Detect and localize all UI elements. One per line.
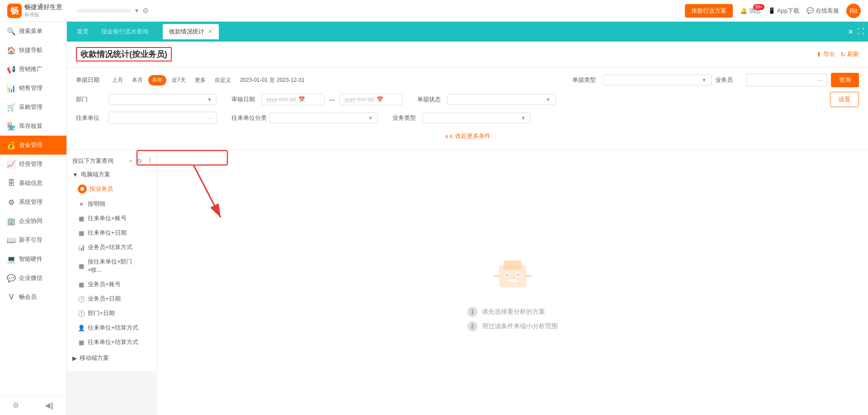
manage-scheme-icon[interactable]: ⚙: [137, 157, 142, 165]
mobile-group-arrow: ▶: [72, 355, 77, 362]
tab-home[interactable]: 首页: [71, 24, 95, 39]
date-tab-7days[interactable]: 近7天: [168, 75, 189, 85]
doc-status-select[interactable]: ▼: [447, 94, 556, 105]
tab-close-all[interactable]: ✕: [848, 28, 854, 36]
content-area: 首页 现金银行流水查询 ✕ 收款情况统计 ✕ ✕ ⛶ 收款情况统计(按业务员) …: [67, 22, 868, 415]
scheme-item-unit-date[interactable]: ▦ 往来单位+日期: [67, 226, 157, 240]
desktop-group-label: 电脑端方案: [81, 170, 110, 179]
scheme-item-salesperson[interactable]: 按业务员: [67, 181, 157, 197]
sidebar-item-purchase[interactable]: 🛒 采购管理: [0, 98, 66, 117]
salesperson-select[interactable]: ···: [746, 74, 827, 86]
svg-rect-5: [504, 260, 522, 269]
scheme-item-dept-date[interactable]: 🕐 部门+日期: [67, 306, 157, 321]
unit-date-icon: ▦: [78, 229, 85, 236]
app-download-button[interactable]: 📱 App下载: [768, 7, 799, 15]
counterparty-more[interactable]: ···: [207, 114, 212, 121]
calendar-icon-1: 📅: [298, 96, 305, 103]
desktop-scheme-group: ▼ 电脑端方案 按业务员 ≡ 按明细: [67, 168, 157, 349]
counterparty-label: 往来单位: [76, 114, 103, 122]
tab-receipt-close[interactable]: ✕: [208, 28, 212, 35]
tab-cashflow[interactable]: 现金银行流水查询 ✕: [95, 24, 163, 39]
scheme-item-detail[interactable]: ≡ 按明细: [67, 197, 157, 211]
sidebar-item-enterprise[interactable]: 🏢 企业协同: [0, 212, 66, 231]
collapse-icon[interactable]: ◀‖: [45, 401, 54, 410]
sales-account-icon: ▦: [78, 281, 85, 288]
sidebar-item-guide[interactable]: 📖 新手引导: [0, 231, 66, 250]
avatar[interactable]: Rit: [846, 4, 861, 18]
collapse-label: 收起更多条件: [455, 132, 491, 140]
system-icon: ⚙: [7, 198, 15, 206]
date-tab-this-year[interactable]: 本年: [148, 75, 166, 85]
scheme-item-sales-settlement[interactable]: 📊 业务员+结算方式: [67, 240, 157, 255]
counterparty-select[interactable]: ···: [108, 112, 217, 124]
audit-date-from[interactable]: yyyy-mm-dd 📅: [261, 94, 325, 105]
sidebar-item-wechat[interactable]: 💬 企业微信: [0, 269, 66, 288]
counterparty-cat-select[interactable]: ▼: [269, 113, 378, 123]
service-icon: 💬: [807, 7, 814, 14]
biz-type-chevron: ▼: [521, 115, 526, 121]
svg-point-8: [506, 274, 509, 276]
settings-bottom-icon[interactable]: ⚙: [13, 401, 19, 410]
dropdown-icon[interactable]: ▼: [134, 7, 140, 14]
sidebar-item-search[interactable]: 🔍 搜索菜单: [0, 22, 66, 41]
refresh-button[interactable]: ↻ 刷新: [840, 50, 859, 58]
date-tab-this-month[interactable]: 本月: [128, 75, 146, 85]
export-button[interactable]: ⬆ 导出: [816, 50, 835, 58]
step-1-label: 请先选择要分析的方案: [482, 308, 545, 316]
tab-receipt[interactable]: 收款情况统计 ✕: [163, 24, 219, 39]
app-download-label: App下载: [777, 7, 799, 15]
scheme-item-unit-dept[interactable]: ▦ 按往来单位+部门+收...: [67, 255, 157, 277]
search-bar[interactable]: [77, 9, 131, 13]
search-icon: 🔍: [7, 27, 15, 35]
sidebar-item-inventory[interactable]: 🏪 库存核算: [0, 117, 66, 136]
page-title: 收款情况统计(按业务员): [76, 47, 172, 61]
scheme-item-unit-account[interactable]: ▦ 往来单位+账号: [67, 211, 157, 226]
audit-date-to[interactable]: yyyy-mm-dd 📅: [340, 94, 403, 105]
sidebar-item-quicknav[interactable]: 🏠 快捷导航: [0, 41, 66, 60]
query-button[interactable]: 查询: [831, 73, 859, 87]
basic-icon: 🗄: [7, 179, 15, 187]
sidebar-item-sales[interactable]: 📊 销售管理: [0, 79, 66, 98]
add-scheme-icon[interactable]: ＋: [127, 157, 134, 165]
sidebar-item-finance[interactable]: 💰 资金管理: [0, 136, 66, 155]
scheme-item-sales-date[interactable]: 🕐 业务员+日期: [67, 292, 157, 306]
salesperson-more[interactable]: ···: [817, 76, 822, 84]
scheme-item-unit-settlement2[interactable]: ▦ 往来单位+结算方式: [67, 335, 157, 349]
calendar-icon-2: 📅: [377, 96, 383, 103]
page-header: 收款情况统计(按业务员) ⬆ 导出 ↻ 刷新: [67, 42, 868, 67]
desktop-group-header[interactable]: ▼ 电脑端方案: [67, 168, 157, 181]
tab-cashflow-close[interactable]: ✕: [152, 28, 156, 35]
collapse-scheme-icon[interactable]: 《: [145, 157, 151, 165]
online-service-button[interactable]: 💬 在线客服: [807, 7, 839, 15]
marketing-icon: 📢: [7, 65, 15, 73]
tab-maximize[interactable]: ⛶: [857, 28, 864, 36]
sidebar-item-operations[interactable]: 📈 经营管理: [0, 155, 66, 174]
settings-button[interactable]: 设置: [830, 92, 859, 107]
dept-select[interactable]: ▼: [108, 94, 217, 105]
online-service-label: 在线客服: [816, 7, 839, 15]
doc-type-select[interactable]: ▼: [603, 75, 712, 85]
scheme-item-sales-account[interactable]: ▦ 业务员+账号: [67, 277, 157, 292]
wechat-icon: 💬: [7, 274, 15, 282]
svg-point-9: [517, 274, 519, 276]
sidebar-item-basic[interactable]: 🗄 基础信息: [0, 174, 66, 193]
counterparty-cat-label: 往来单位分类: [231, 114, 267, 122]
collapse-bar[interactable]: ∧∧ 收起更多条件: [76, 128, 859, 144]
right-content: 1 请先选择要分析的方案 2 用过滤条件来缩小分析范围: [157, 150, 868, 415]
date-tab-more[interactable]: 更多: [191, 75, 209, 85]
biz-type-select[interactable]: ▼: [422, 113, 531, 123]
sidebar-item-member[interactable]: V 畅会员: [0, 288, 66, 307]
sales-icon: 📊: [7, 84, 15, 92]
mobile-scheme-group: ▶ 移动端方案: [67, 351, 157, 365]
sidebar-item-marketing[interactable]: 📢 营销推广: [0, 60, 66, 79]
trial-button[interactable]: 体验行业方案: [685, 4, 733, 18]
sidebar-item-system[interactable]: ⚙ 系统管理: [0, 193, 66, 212]
notification-button[interactable]: 🔔 消息 99+: [740, 7, 761, 15]
sidebar-item-hardware[interactable]: 💻 智能硬件: [0, 250, 66, 269]
settings-icon[interactable]: ⚙: [142, 6, 149, 15]
date-tab-last-month[interactable]: 上月: [108, 75, 127, 85]
scheme-item-unit-settlement1[interactable]: 👤 往来单位+结算方式: [67, 321, 157, 335]
mobile-group-header[interactable]: ▶ 移动端方案: [67, 351, 157, 365]
date-tab-custom[interactable]: 自定义: [211, 75, 235, 85]
active-dot: [78, 184, 87, 193]
